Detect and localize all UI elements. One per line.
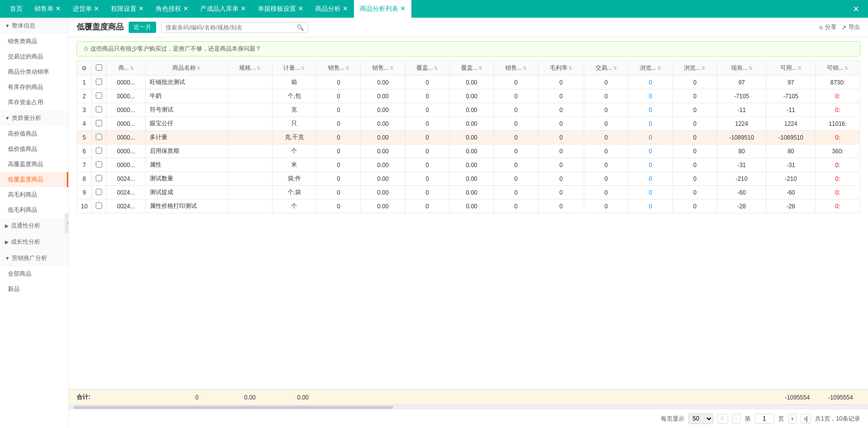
- cell-checkbox[interactable]: [92, 131, 107, 144]
- th-available[interactable]: 可用...⇅: [766, 61, 815, 76]
- th-trade[interactable]: 交易...⇅: [584, 61, 628, 76]
- cell-browse1[interactable]: 0: [628, 76, 673, 89]
- nav-purchase-close[interactable]: ✕: [94, 0, 99, 18]
- th-saleable[interactable]: 可销...⇅: [815, 61, 860, 76]
- sidebar-item-high-gross[interactable]: 高毛利商品: [0, 187, 68, 202]
- nav-product-warehouse-close[interactable]: ✕: [241, 0, 246, 18]
- sidebar-item-low-gross[interactable]: 低毛利商品: [0, 202, 68, 218]
- cell-browse1[interactable]: 0: [628, 117, 673, 131]
- cell-checkbox[interactable]: [92, 186, 107, 200]
- th-sales3[interactable]: 销售...⇅: [494, 61, 538, 76]
- cell-browse1[interactable]: 0: [628, 131, 673, 144]
- row-checkbox[interactable]: [96, 79, 102, 85]
- row-checkbox[interactable]: [96, 175, 102, 181]
- th-browse2[interactable]: 浏览...⇅: [673, 61, 717, 76]
- nav-permission-close[interactable]: ✕: [138, 0, 144, 18]
- nav-role[interactable]: 角色授权 ✕: [150, 0, 194, 18]
- cell-checkbox[interactable]: [92, 89, 107, 103]
- search-box[interactable]: 🔍: [161, 22, 308, 33]
- row-checkbox[interactable]: [96, 189, 102, 195]
- sidebar-item-stocked-goods[interactable]: 有库存的商品: [0, 80, 68, 95]
- sidebar-section-overall[interactable]: ▼ 整体信息: [0, 18, 68, 34]
- th-sales1[interactable]: 销售...⇅: [316, 61, 360, 76]
- sidebar-section-circulation[interactable]: ▶ 流通性分析: [0, 218, 68, 234]
- cell-checkbox[interactable]: [92, 200, 107, 213]
- close-all-button[interactable]: ✕: [848, 4, 864, 14]
- sidebar-item-low-coverage[interactable]: 低覆盖度商品: [0, 172, 68, 187]
- th-code[interactable]: 商...⇅: [107, 61, 146, 76]
- cell-checkbox[interactable]: [92, 172, 107, 186]
- sidebar-section-growth[interactable]: ▶ 成长性分析: [0, 234, 68, 250]
- nav-template[interactable]: 单据模板设置 ✕: [252, 0, 309, 18]
- next-page-button[interactable]: ›: [788, 414, 797, 424]
- share-button[interactable]: ⎋ 分享: [819, 23, 837, 31]
- cell-checkbox[interactable]: [92, 144, 107, 158]
- sidebar-item-category-rate[interactable]: 商品分类动销率: [0, 64, 68, 80]
- nav-product-analysis-list[interactable]: 商品分析列表 ✕: [354, 0, 411, 18]
- sidebar-item-traded-goods[interactable]: 交易过的商品: [0, 49, 68, 64]
- row-checkbox[interactable]: [96, 202, 102, 209]
- th-gross-rate[interactable]: 毛利率⇅: [538, 61, 584, 76]
- cell-checkbox[interactable]: [92, 103, 107, 117]
- nav-home[interactable]: 首页: [4, 0, 28, 18]
- nav-template-close[interactable]: ✕: [298, 0, 303, 18]
- per-page-select[interactable]: 50 20 100: [688, 413, 713, 424]
- row-checkbox[interactable]: [96, 161, 102, 168]
- horizontal-scrollbar[interactable]: [69, 405, 868, 409]
- cell-trade: 0: [584, 172, 628, 186]
- search-input[interactable]: [165, 24, 295, 31]
- th-spec[interactable]: 规格...⇅: [228, 61, 272, 76]
- row-checkbox[interactable]: [96, 120, 102, 126]
- page-input[interactable]: [755, 414, 774, 424]
- cell-browse1[interactable]: 0: [628, 103, 673, 117]
- row-checkbox[interactable]: [96, 92, 102, 99]
- cell-browse1[interactable]: 0: [628, 158, 673, 172]
- prev-page-button[interactable]: ‹: [732, 414, 741, 424]
- nav-product-analysis-close[interactable]: ✕: [343, 0, 348, 18]
- first-page-button[interactable]: K: [717, 414, 728, 424]
- th-browse1[interactable]: 浏览...⇅: [628, 61, 673, 76]
- sidebar-item-high-value[interactable]: 高价值商品: [0, 126, 68, 142]
- cell-browse1[interactable]: 0: [628, 200, 673, 213]
- cell-checkbox[interactable]: [92, 158, 107, 172]
- nav-permission[interactable]: 权限设置 ✕: [105, 0, 150, 18]
- row-checkbox[interactable]: [96, 134, 102, 140]
- row-checkbox[interactable]: [96, 147, 102, 154]
- sidebar-collapse-button[interactable]: «: [65, 213, 69, 233]
- th-sales2[interactable]: 销售...⇅: [361, 61, 405, 76]
- sidebar-item-new-goods[interactable]: 新品: [0, 282, 68, 297]
- nav-role-close[interactable]: ✕: [183, 0, 189, 18]
- nav-sales-close[interactable]: ✕: [55, 0, 61, 18]
- last-page-button[interactable]: ›|: [801, 414, 811, 424]
- sidebar-item-low-value[interactable]: 低价值商品: [0, 142, 68, 157]
- nav-sales[interactable]: 销售单 ✕: [28, 0, 67, 18]
- th-unit[interactable]: 计量...⇅: [272, 61, 316, 76]
- sidebar-section-marketing[interactable]: ▼ 营销推广分析: [0, 250, 68, 266]
- th-settings[interactable]: ⚙: [77, 61, 92, 76]
- sidebar-section-cluster[interactable]: ▼ 类群量分析: [0, 110, 68, 126]
- th-current[interactable]: 现有...⇅: [717, 61, 766, 76]
- th-cover1[interactable]: 覆盖...⇅: [405, 61, 449, 76]
- sidebar-item-stock-capital[interactable]: 库存资金占用: [0, 95, 68, 110]
- nav-purchase[interactable]: 进货单 ✕: [67, 0, 105, 18]
- cell-browse1[interactable]: 0: [628, 172, 673, 186]
- row-checkbox[interactable]: [96, 106, 102, 113]
- cell-checkbox[interactable]: [92, 76, 107, 89]
- select-all-checkbox[interactable]: [96, 64, 102, 71]
- export-button[interactable]: ↗ 导出: [841, 23, 860, 31]
- cell-browse1[interactable]: 0: [628, 144, 673, 158]
- sidebar-item-high-coverage[interactable]: 高覆盖度商品: [0, 157, 68, 172]
- th-cover2[interactable]: 覆盖...⇅: [449, 61, 493, 76]
- cell-browse1[interactable]: 0: [628, 89, 673, 103]
- data-table-container[interactable]: ⚙ 商...⇅ 商品名称⇅ 规格...⇅ 计量...⇅ 销售...⇅ 销售...…: [69, 60, 868, 389]
- sidebar-item-all-goods[interactable]: 全部商品: [0, 266, 68, 282]
- cell-browse1[interactable]: 0: [628, 186, 673, 200]
- period-button[interactable]: 近一月: [129, 22, 156, 33]
- nav-product-analysis-list-close[interactable]: ✕: [400, 0, 406, 18]
- th-name[interactable]: 商品名称⇅: [145, 61, 227, 76]
- sidebar-item-sales-goods[interactable]: 销售类商品: [0, 34, 68, 49]
- nav-product-analysis[interactable]: 商品分析 ✕: [309, 0, 354, 18]
- nav-product-warehouse[interactable]: 产成品入库单 ✕: [194, 0, 252, 18]
- th-checkbox[interactable]: [92, 61, 107, 76]
- cell-checkbox[interactable]: [92, 117, 107, 131]
